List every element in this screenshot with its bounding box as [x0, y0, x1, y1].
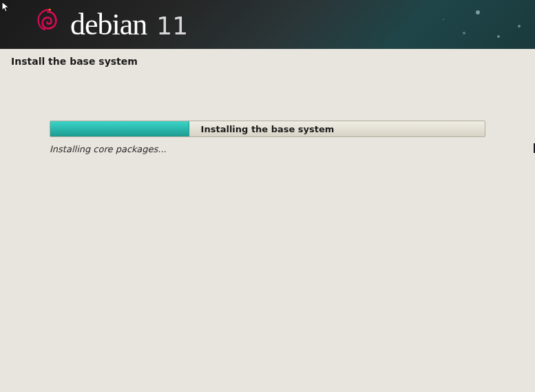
brand-container: debian 11 [70, 7, 188, 42]
page-title: Install the base system [0, 49, 535, 74]
svg-point-0 [49, 8, 51, 10]
brand-name: debian [70, 7, 147, 42]
brand-version: 11 [156, 12, 188, 40]
progress-label: Installing the base system [50, 121, 485, 136]
main-content: Installing the base system Installing co… [0, 74, 535, 154]
debian-swirl-icon [33, 8, 59, 41]
status-text: Installing core packages... [50, 144, 485, 154]
installer-header: debian 11 [0, 0, 535, 49]
progress-bar: Installing the base system [50, 121, 485, 137]
mouse-cursor-icon [1, 1, 11, 14]
